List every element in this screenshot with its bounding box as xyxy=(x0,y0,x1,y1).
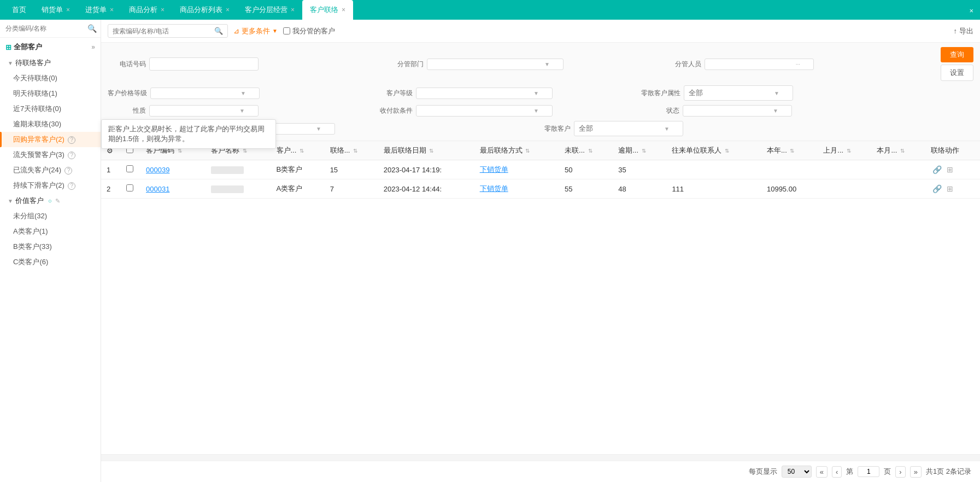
nav-item-customer-contact[interactable]: 客户联络 × xyxy=(302,0,353,20)
person-select[interactable]: ··· xyxy=(705,59,814,70)
filter-dept: 分管部门 ▼ xyxy=(385,59,658,70)
status-select[interactable]: ▼ xyxy=(683,105,792,117)
row2-checkbox[interactable] xyxy=(121,179,140,199)
close-product-analysis-icon[interactable]: × xyxy=(161,6,165,14)
close-purchase-icon[interactable]: × xyxy=(110,6,114,14)
col-this-month[interactable]: 本月... ⇅ xyxy=(871,141,925,160)
horizontal-scrollbar[interactable] xyxy=(101,454,980,461)
next-page-btn[interactable]: › xyxy=(895,466,905,478)
nav-item-customer-tier[interactable]: 客户分层经营 × xyxy=(237,0,302,20)
retail-customer-select[interactable]: 全部 ▼ xyxy=(574,121,683,136)
main-search-icon[interactable]: 🔍 xyxy=(214,27,223,35)
phone-input[interactable] xyxy=(149,57,259,71)
sidebar-item-ungrouped[interactable]: 未分组(32) xyxy=(0,208,101,224)
sidebar-search-icon[interactable]: 🔍 xyxy=(87,24,97,33)
info-icon-declining[interactable]: ? xyxy=(68,182,75,190)
sort-company-icon[interactable]: ⇅ xyxy=(725,148,729,154)
col-last-method[interactable]: 最后联络方式 ⇅ xyxy=(474,141,559,160)
sort-this-month-icon[interactable]: ⇅ xyxy=(900,148,905,154)
row2-action-grid-icon[interactable]: ⊞ xyxy=(947,184,953,193)
row1-checkbox[interactable] xyxy=(121,160,140,179)
export-btn[interactable]: ↑ 导出 xyxy=(954,26,974,36)
sidebar-item-tomorrow[interactable]: 明天待联络(1) xyxy=(0,86,101,101)
retail-customer-caret-icon: ▼ xyxy=(664,126,670,132)
row2-select[interactable] xyxy=(126,184,133,191)
query-button[interactable]: 查询 xyxy=(941,47,973,62)
sidebar-item-today[interactable]: 今天待联络(0) xyxy=(0,71,101,86)
customer-level-select[interactable]: ▼ xyxy=(416,88,553,99)
row1-action-link-icon[interactable]: 🔗 xyxy=(932,165,942,174)
col-uncontacted[interactable]: 未联... ⇅ xyxy=(559,141,613,160)
sidebar-item-churn-warning[interactable]: 流失预警客户(3) ? xyxy=(0,147,101,162)
col-company-contact[interactable]: 往来单位联系人 ⇅ xyxy=(666,141,761,160)
sidebar-item-declining[interactable]: 持续下滑客户(2) ? xyxy=(0,178,101,193)
page-input[interactable] xyxy=(858,466,879,477)
sidebar-group-value[interactable]: ▼ 价值客户 ○ ✎ xyxy=(0,193,101,208)
nav-item-product-list[interactable]: 商品分析列表 × xyxy=(172,0,237,20)
main-layout: 🔍 ⊞ 全部客户 » ▼ 待联络客户 今天待联络(0) 明天待联络(1) 近7天… xyxy=(0,20,980,482)
sort-type-icon[interactable]: ⇅ xyxy=(300,148,304,154)
first-page-btn[interactable]: « xyxy=(816,466,828,478)
col-last-date[interactable]: 最后联络日期 ⇅ xyxy=(378,141,474,160)
sort-last-month-icon[interactable]: ⇅ xyxy=(847,148,851,154)
per-page-select[interactable]: 50 10 20 100 xyxy=(782,466,812,478)
sidebar-search-input[interactable] xyxy=(5,25,87,32)
sidebar-item-7days[interactable]: 近7天待联络(0) xyxy=(0,101,101,117)
row2-code[interactable]: 000031 xyxy=(140,179,206,199)
customer-type-caret-icon: ▼ xyxy=(316,126,321,132)
info-icon-churn-warning[interactable]: ? xyxy=(68,152,75,159)
sort-last-date-icon[interactable]: ⇅ xyxy=(429,148,433,154)
sidebar-collapse-icon[interactable]: » xyxy=(91,43,95,51)
my-customers-checkbox[interactable] xyxy=(283,27,290,34)
nav-item-product-analysis[interactable]: 商品分析 × xyxy=(121,0,172,20)
sort-overdue-icon[interactable]: ⇅ xyxy=(642,148,646,154)
more-conditions-btn[interactable]: ⊿ 更多条件 ▼ xyxy=(233,26,278,36)
row2-action-link-icon[interactable]: 🔗 xyxy=(932,184,942,193)
retail-attr-select[interactable]: 全部 ▼ xyxy=(684,85,793,101)
col-contact-count[interactable]: 联络... ⇅ xyxy=(325,141,378,160)
row1-select[interactable] xyxy=(126,165,133,172)
sidebar-item-class-b[interactable]: B类客户(33) xyxy=(0,239,101,254)
filter-row-2: 客户价格等级 ▼ 客户等级 ▼ 零散客户属性 全部 xyxy=(108,85,973,101)
row1-last-method[interactable]: 下销货单 xyxy=(474,160,559,179)
row2-last-method[interactable]: 下销货单 xyxy=(474,179,559,199)
row1-code[interactable]: 000039 xyxy=(140,160,206,179)
prev-page-btn[interactable]: ‹ xyxy=(832,466,842,478)
setting-button[interactable]: 设置 xyxy=(941,65,973,81)
close-customer-contact-icon[interactable]: × xyxy=(342,6,345,14)
col-overdue[interactable]: 逾期... ⇅ xyxy=(613,141,666,160)
gender-select[interactable]: ▼ xyxy=(149,105,259,117)
close-customer-tier-icon[interactable]: × xyxy=(291,6,295,14)
close-sales-icon[interactable]: × xyxy=(66,6,70,14)
active-indicator xyxy=(0,132,2,147)
nav-item-purchase[interactable]: 进货单 × xyxy=(78,0,121,20)
sidebar-group-waiting[interactable]: ▼ 待联络客户 xyxy=(0,55,101,71)
sort-last-method-icon[interactable]: ⇅ xyxy=(525,148,530,154)
close-all-tabs-icon[interactable]: × xyxy=(969,4,973,16)
my-customers-checkbox-wrap[interactable]: 我分管的客户 xyxy=(283,26,335,36)
col-type[interactable]: 客户... ⇅ xyxy=(271,141,325,160)
col-this-year[interactable]: 本年... ⇅ xyxy=(761,141,818,160)
col-last-month[interactable]: 上月... ⇅ xyxy=(818,141,871,160)
sidebar-item-repurchase-abnormal[interactable]: 回购异常客户(2) ? xyxy=(0,132,101,147)
sort-uncontacted-icon[interactable]: ⇅ xyxy=(588,148,592,154)
filter-payment: 收付款条件 ▼ xyxy=(374,105,636,117)
main-search-input[interactable] xyxy=(113,27,214,35)
all-customers-header[interactable]: ⊞ 全部客户 » xyxy=(0,38,101,55)
row1-action-grid-icon[interactable]: ⊞ xyxy=(947,165,953,174)
nav-item-sales[interactable]: 销货单 × xyxy=(34,0,78,20)
sidebar-item-overdue[interactable]: 逾期未联络(30) xyxy=(0,117,101,132)
sort-this-year-icon[interactable]: ⇅ xyxy=(790,148,794,154)
dept-select[interactable]: ▼ xyxy=(427,59,564,70)
info-icon-churned[interactable]: ? xyxy=(64,167,72,175)
price-level-select[interactable]: ▼ xyxy=(150,88,260,99)
nav-item-home[interactable]: 首页 xyxy=(4,0,34,20)
close-product-list-icon[interactable]: × xyxy=(226,6,230,14)
sidebar-item-class-a[interactable]: A类客户(1) xyxy=(0,224,101,239)
sidebar-item-class-c[interactable]: C类客户(6) xyxy=(0,254,101,270)
sidebar-item-churned[interactable]: 已流失客户(24) ? xyxy=(0,162,101,178)
last-page-btn[interactable]: » xyxy=(910,466,922,478)
info-icon-repurchase[interactable]: ? xyxy=(68,136,75,144)
sort-contact-icon[interactable]: ⇅ xyxy=(353,148,357,154)
payment-select[interactable]: ▼ xyxy=(416,105,553,117)
